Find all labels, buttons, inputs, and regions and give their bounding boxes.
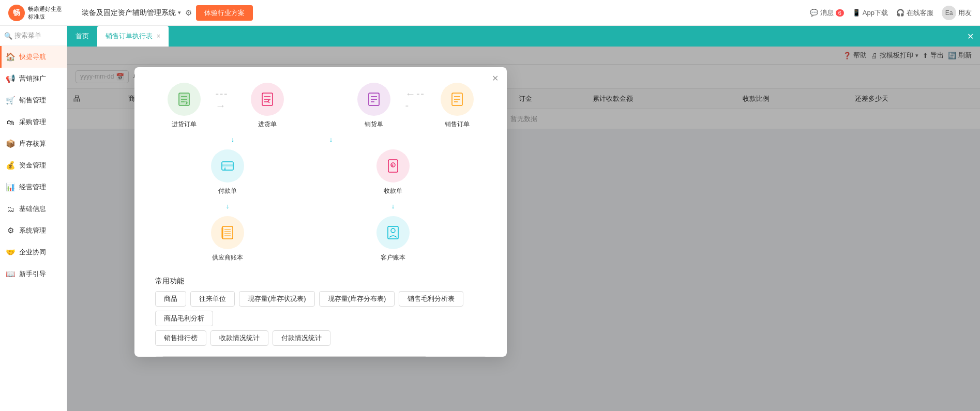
- sidebar-item-beginner[interactable]: 📖 新手引导: [0, 263, 67, 285]
- common-btn-product[interactable]: 商品: [155, 291, 186, 307]
- flow-section: 进货订单 - - - →: [134, 67, 507, 277]
- flow-node-sales-bill: 销货单: [345, 83, 403, 129]
- inventory-icon: 📦: [6, 139, 15, 148]
- system-title-text: 装备及固定资产辅助管理系统: [82, 8, 176, 18]
- common-btn-sales-rank[interactable]: 销售排行榜: [155, 330, 206, 346]
- sidebar-item-enterprise[interactable]: 🤝 企业协同: [0, 241, 67, 263]
- flow-node-purchase-order: 进货订单: [155, 83, 214, 129]
- logo-text: 畅康通好生意 标准版: [28, 5, 62, 20]
- enterprise-icon: 🤝: [6, 248, 15, 257]
- system-icon: ⚙: [6, 226, 15, 235]
- content-area: 首页 销售订单执行表 × ✕ ❓ 帮助: [67, 26, 980, 411]
- common-buttons-row-1: 商品 往来单位 现存量(库存状况表) 现存量(库存分布表) 销售毛利分析表 商品…: [155, 291, 486, 326]
- popup-close-btn[interactable]: ✕: [492, 73, 499, 83]
- customer-ledger-icon: [376, 216, 410, 249]
- svg-text:¥: ¥: [391, 163, 394, 167]
- service-icon: 🎧: [896, 9, 904, 17]
- flow-row-arrows: ↓ ↓: [155, 133, 486, 145]
- scroll-thumb[interactable]: [162, 356, 427, 357]
- search-icon: 🔍: [4, 32, 12, 40]
- operation-icon: 📊: [6, 182, 15, 192]
- avatar: Ea: [942, 6, 956, 20]
- svg-rect-27: [221, 227, 223, 238]
- common-btn-stock-dist[interactable]: 现存量(库存分布表): [319, 291, 395, 307]
- close-tab-btn[interactable]: ✕: [961, 32, 980, 41]
- popup-scroll[interactable]: ◀ ▶: [134, 354, 507, 357]
- common-buttons-row-2: 销售排行榜 收款情况统计 付款情况统计: [155, 330, 486, 346]
- flow-node-customer-ledger: 客户账本: [362, 216, 424, 262]
- logo-icon: 畅: [8, 5, 25, 21]
- payment-label: 付款单: [218, 187, 237, 195]
- sidebar-item-sales-mgmt[interactable]: 🛒 销售管理: [0, 89, 67, 111]
- sidebar-item-basic-info[interactable]: 🗂 基础信息: [0, 198, 67, 220]
- flow-node-payment: ¥ 付款单: [197, 149, 259, 195]
- common-functions-title: 常用功能: [155, 277, 486, 286]
- supplier-ledger-label: 供应商账本: [212, 253, 243, 262]
- sales-bill-icon: [357, 83, 390, 116]
- flow-node-purchase-bill: 进货单: [238, 83, 297, 129]
- sidebar-item-operation[interactable]: 📊 经营管理: [0, 176, 67, 198]
- sidebar-item-inventory[interactable]: 📦 库存核算: [0, 133, 67, 155]
- payment-icon: ¥: [211, 149, 244, 182]
- app-download-btn[interactable]: 📱 App下载: [852, 8, 888, 18]
- common-btn-receipt-stats[interactable]: 收款情况统计: [210, 330, 268, 346]
- online-service-btn[interactable]: 🎧 在线客服: [896, 8, 933, 18]
- overlay-backdrop: ✕: [67, 47, 980, 411]
- receipt-label: 收款单: [384, 187, 402, 195]
- flow-row-arrows2: ↓ ↓: [155, 200, 486, 212]
- flow-row-1: 进货订单 - - - →: [155, 83, 486, 129]
- common-btn-contact[interactable]: 往来单位: [190, 291, 235, 307]
- beginner-icon: 📖: [6, 269, 15, 279]
- tab-close-icon[interactable]: ×: [157, 33, 160, 40]
- sidebar-item-finance[interactable]: 💰 资金管理: [0, 155, 67, 176]
- common-btn-sales-margin[interactable]: 销售毛利分析表: [399, 291, 463, 307]
- popup-panel: ✕: [134, 67, 507, 357]
- common-btn-stock-status[interactable]: 现存量(库存状况表): [239, 291, 315, 307]
- chevron-down-icon: ▾: [178, 9, 181, 16]
- common-btn-payment-stats[interactable]: 付款情况统计: [273, 330, 330, 346]
- tab-home[interactable]: 首页: [67, 26, 97, 47]
- top-bar: 畅 畅康通好生意 标准版 装备及固定资产辅助管理系统 ▾ ⚙ 体验行业方案 💬 …: [0, 0, 980, 26]
- svg-rect-17: [222, 164, 233, 166]
- sales-order-icon: [441, 83, 474, 116]
- common-section: 常用功能 商品 往来单位 现存量(库存状况表) 现存量(库存分布表) 销售毛利分…: [134, 277, 507, 354]
- flow-node-supplier-ledger: 供应商账本: [197, 216, 259, 262]
- quick-nav-icon: 🏠: [6, 52, 15, 62]
- purchase-order-label: 进货订单: [172, 120, 197, 129]
- arrow-h-2: ← - - -: [405, 88, 426, 124]
- purchase-bill-label: 进货单: [258, 120, 277, 129]
- basic-info-icon: 🗂: [6, 204, 15, 214]
- purchase-order-icon: [168, 83, 201, 116]
- arrow-h-1: - - - →: [216, 88, 236, 124]
- sales-order-label: 销售订单: [445, 120, 470, 129]
- experience-btn[interactable]: 体验行业方案: [196, 5, 253, 21]
- customer-ledger-label: 客户账本: [381, 253, 405, 262]
- sidebar-item-quick-nav[interactable]: 🏠 快捷导航: [0, 46, 67, 68]
- message-badge: 6: [836, 9, 844, 17]
- flow-node-sales-order: 销售订单: [428, 83, 486, 129]
- finance-icon: 💰: [6, 161, 15, 170]
- system-title-dropdown[interactable]: 装备及固定资产辅助管理系统 ▾: [82, 8, 181, 18]
- svg-text:¥: ¥: [224, 167, 226, 171]
- flow-node-receipt: ¥ 收款单: [362, 149, 424, 195]
- scroll-bar-area[interactable]: [155, 356, 486, 357]
- app-wrapper: 畅 畅康通好生意 标准版 装备及固定资产辅助管理系统 ▾ ⚙ 体验行业方案 💬 …: [0, 0, 980, 411]
- download-icon: 📱: [852, 9, 861, 17]
- flow-row-3: 供应商账本: [155, 216, 486, 262]
- flow-row-2: ¥ 付款单: [155, 149, 486, 195]
- gear-icon[interactable]: ⚙: [185, 8, 192, 18]
- tab-bar: 首页 销售订单执行表 × ✕: [67, 26, 980, 47]
- tab-sales-order-exec[interactable]: 销售订单执行表 ×: [97, 26, 169, 47]
- sales-icon: 🛒: [6, 96, 15, 105]
- sidebar-item-system-mgmt[interactable]: ⚙ 系统管理: [0, 220, 67, 241]
- main-area: 🔍 搜索菜单 🏠 快捷导航 📢 营销推广 🛒 销售管理 🛍 采购管理 📦: [0, 26, 980, 411]
- sidebar: 🔍 搜索菜单 🏠 快捷导航 📢 营销推广 🛒 销售管理 🛍 采购管理 📦: [0, 26, 67, 411]
- common-btn-product-margin[interactable]: 商品毛利分析: [155, 311, 213, 326]
- message-btn[interactable]: 💬 消息 6: [810, 8, 844, 18]
- sidebar-item-marketing[interactable]: 📢 营销推广: [0, 68, 67, 89]
- sidebar-search[interactable]: 🔍 搜索菜单: [0, 26, 67, 46]
- page-content: ❓ 帮助 🖨 按模板打印 ▾ ⬆ 导出 🔄 刷新: [67, 47, 980, 411]
- sales-bill-label: 销货单: [365, 120, 383, 129]
- user-menu[interactable]: Ea 用友: [942, 6, 972, 20]
- sidebar-item-purchase-mgmt[interactable]: 🛍 采购管理: [0, 111, 67, 133]
